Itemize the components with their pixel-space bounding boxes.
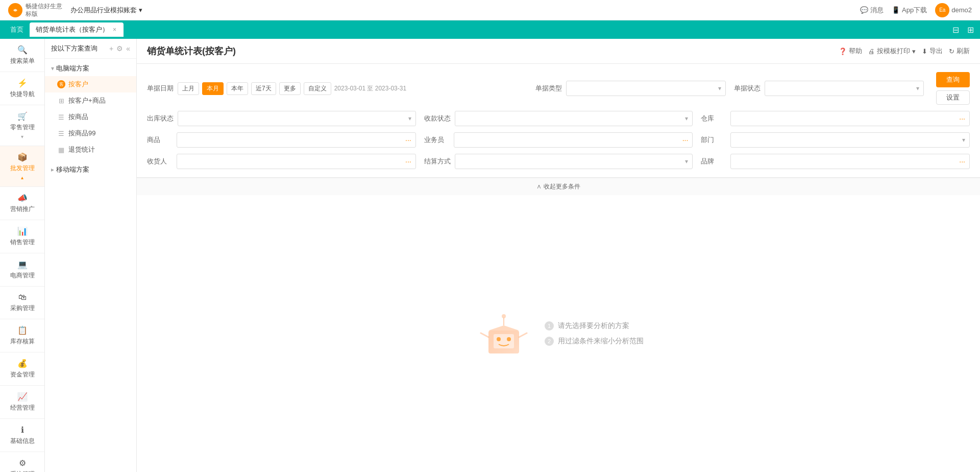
message-icon: 💬 [860,6,868,14]
scheme-item-customer-product[interactable]: ⊞ 按客户+商品 [45,92,136,109]
scheme-header-label: 按以下方案查询 [51,44,97,53]
tab-close-icon[interactable]: × [112,25,117,34]
messages-button[interactable]: 💬 消息 [860,6,884,15]
department-select[interactable]: ▾ [730,132,970,148]
settings-button[interactable]: 设置 [936,90,970,105]
sidebar: 🔍 搜索菜单 ⚡ 快捷导航 🛒 零售管理 ▾ 📦 批发管理 ▴ 📣 营销推广 📊… [0,39,45,472]
scheme-add-icon[interactable]: + [109,44,113,53]
filter-payment-status: 收款状态 ▾ [424,111,693,126]
query-button[interactable]: 查询 [936,72,970,87]
refresh-icon: ↻ [949,48,954,55]
scheme-group-mobile[interactable]: ▸ 移动端方案 [45,162,136,177]
tab-active[interactable]: 销货单统计表（按客户） × [30,22,124,37]
date-btn-more[interactable]: 更多 [279,82,301,95]
collapse-bar[interactable]: ∧ 收起更多条件 [137,178,980,195]
settlement-label: 结算方式 [424,157,451,166]
help-button[interactable]: ❓ 帮助 [839,46,862,56]
sidebar-item-operations[interactable]: 📈 经营管理 [0,386,44,419]
minimize-icon[interactable]: ⊟ [950,23,961,37]
main-layout: 🔍 搜索菜单 ⚡ 快捷导航 🛒 零售管理 ▾ 📦 批发管理 ▴ 📣 营销推广 📊… [0,39,980,472]
sidebar-item-ecommerce[interactable]: 💻 电商管理 [0,253,44,287]
receiver-dots-icon: ··· [405,157,411,166]
department-label: 部门 [701,135,726,145]
order-type-select[interactable]: ▾ [566,81,726,96]
scheme-header: 按以下方案查询 + ⚙ « [45,39,136,59]
filter-warehouse: 仓库 ··· [701,111,970,126]
header-right: 💬 消息 📱 App下载 Ea demo2 [860,3,972,17]
refresh-button[interactable]: ↻ 刷新 [949,46,970,56]
sidebar-item-wholesale[interactable]: 📦 批发管理 ▴ [0,146,44,187]
date-btn-7days[interactable]: 近7天 [251,82,276,95]
filter-row-3: 商品 ··· 业务员 ··· [147,132,970,148]
payment-status-arrow-icon: ▾ [685,115,688,122]
empty-tip-1: 1 请先选择要分析的方案 [545,321,644,331]
brand-dots-icon: ··· [959,157,965,166]
page-actions: ❓ 帮助 🖨 按模板打印 ▾ ⬇ 导出 ↻ [839,46,970,56]
scheme-settings-icon[interactable]: ⚙ [116,44,123,53]
sidebar-item-system[interactable]: ⚙ 系统管理 [0,452,44,472]
maximize-icon[interactable]: ⊞ [965,23,976,37]
filter-receiver: 收货人 ··· [147,154,416,169]
scheme-item-by-product99[interactable]: ☰ 按商品99 [45,125,136,141]
sidebar-item-inventory[interactable]: 📋 库存核算 [0,319,44,352]
scheme-group-desktop[interactable]: ▾ 电脑端方案 [45,61,136,76]
order-type-arrow-icon: ▾ [718,85,721,92]
scheme-collapse-icon[interactable]: « [126,44,130,53]
date-btn-lastmonth[interactable]: 上月 [178,82,199,95]
logo-area: 畅捷信好生意 标版 [8,3,62,17]
arrow-icon: ▾ [21,134,23,139]
warehouse-input[interactable]: ··· [730,111,970,126]
settlement-arrow-icon: ▾ [685,158,688,165]
out-status-select[interactable]: ▾ [178,111,416,126]
sidebar-item-basic[interactable]: ℹ 基础信息 [0,419,44,452]
scheme-item-by-product[interactable]: ☰ 按商品 [45,109,136,125]
goods-input[interactable]: ··· [177,132,416,148]
wholesale-icon: 📦 [17,152,28,162]
company-selector[interactable]: 办公用品行业模拟账套 ▾ [66,4,146,17]
date-range: 2023-03-01 至 2023-03-31 [334,84,406,93]
scheme-table99-icon: ☰ [57,129,65,137]
sidebar-item-purchase[interactable]: 🛍 采购管理 [0,287,44,319]
order-status-select[interactable]: ▾ [765,81,924,96]
tab-home[interactable]: 首页 [4,22,30,37]
filter-row-1: 单据日期 上月 本月 本年 近7天 更多 自定义 2023-03-01 至 20… [147,72,970,105]
download-icon: 📱 [892,6,900,14]
collapse-label: ∧ 收起更多条件 [536,183,580,190]
sidebar-item-marketing[interactable]: 📣 营销推广 [0,187,44,220]
date-btn-thisyear[interactable]: 本年 [227,82,248,95]
salesman-label: 业务员 [424,135,450,145]
sidebar-item-search[interactable]: 🔍 搜索菜单 [0,39,44,72]
filter-actions: 查询 设置 [936,72,970,105]
date-btn-thismonth[interactable]: 本月 [202,82,224,95]
scheme-panel: 按以下方案查询 + ⚙ « ▾ 电脑端方案 客 [45,39,137,472]
empty-tips: 1 请先选择要分析的方案 2 用过滤条件来缩小分析范围 [545,321,644,346]
date-btn-custom[interactable]: 自定义 [304,82,331,95]
app-download-button[interactable]: 📱 App下载 [892,6,927,15]
filter-date: 单据日期 上月 本月 本年 近7天 更多 自定义 2023-03-01 至 20… [147,82,527,95]
user-profile[interactable]: Ea demo2 [935,3,972,17]
salesman-input[interactable]: ··· [454,132,693,148]
order-status-arrow-icon: ▾ [916,85,919,92]
mobile-group-arrow-icon: ▸ [51,166,54,173]
sidebar-item-quicknav[interactable]: ⚡ 快捷导航 [0,72,44,105]
filter-order-status: 单据状态 ▾ [734,81,924,96]
sidebar-item-finance[interactable]: 💰 资金管理 [0,352,44,386]
dropdown-arrow-icon: ▾ [139,6,142,14]
template-print-button[interactable]: 🖨 按模板打印 ▾ [868,46,916,56]
quicknav-icon: ⚡ [17,78,28,88]
filter-settlement: 结算方式 ▾ [424,154,693,169]
filter-section: 单据日期 上月 本月 本年 近7天 更多 自定义 2023-03-01 至 20… [137,64,980,178]
export-button[interactable]: ⬇ 导出 [922,46,943,56]
inventory-icon: 📋 [17,325,28,335]
settlement-select[interactable]: ▾ [455,154,693,169]
filter-content: 销货单统计表(按客户) ❓ 帮助 🖨 按模板打印 ▾ ⬇ [137,39,980,472]
scheme-item-returns[interactable]: ▦ 退货统计 [45,141,136,158]
receiver-input[interactable]: ··· [177,154,416,169]
payment-status-select[interactable]: ▾ [455,111,693,126]
receiver-label: 收货人 [147,157,173,166]
brand-input[interactable]: ··· [730,154,970,169]
scheme-item-by-customer[interactable]: 客 按客户 [45,76,136,92]
sidebar-item-sales[interactable]: 📊 销售管理 [0,220,44,253]
out-status-arrow-icon: ▾ [408,115,411,122]
sidebar-item-retail[interactable]: 🛒 零售管理 ▾ [0,105,44,146]
